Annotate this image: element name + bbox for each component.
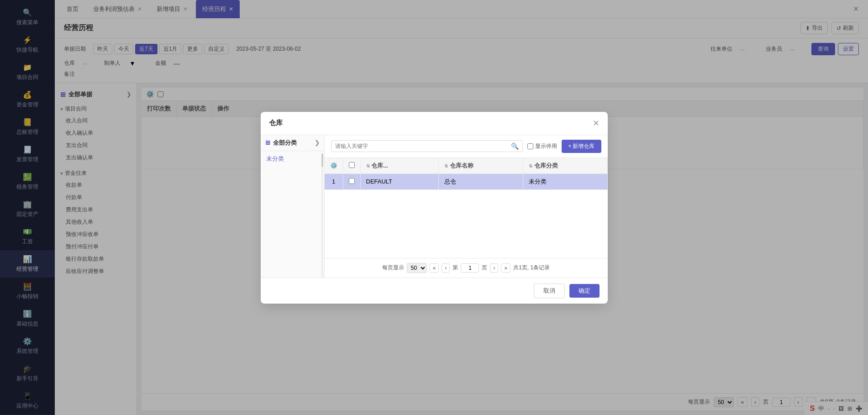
modal-pagination: 每页显示 50 « ‹ 第 页 › » 共1页, 1条记录 (325, 258, 608, 278)
modal-category-header: ⊞ 全部分类 ❯ (261, 135, 324, 151)
sort-icon: ⇅ (444, 163, 448, 168)
modal-per-page-label: 每页显示 (382, 264, 404, 272)
row-code: DEFAULT (360, 173, 439, 189)
modal-page-unit: 页 (482, 264, 487, 272)
modal-search-box: 🔍 (331, 140, 523, 152)
warehouse-modal: 仓库 ✕ ⊞ 全部分类 ❯ 未分类 (261, 112, 608, 304)
modal-title: 仓库 (269, 119, 283, 127)
modal-total-info: 共1页, 1条记录 (513, 264, 550, 272)
sort-icon: ⇅ (529, 163, 532, 168)
th-code: ⇅ 仓库... (360, 158, 439, 174)
scrollbar-thumb[interactable] (321, 153, 323, 167)
row-index: 1 (325, 173, 343, 189)
th-name: ⇅ 仓库名称 (439, 158, 523, 174)
sort-icon: ⇅ (366, 163, 370, 168)
modal-page-label: 第 (452, 264, 458, 272)
search-icon: 🔍 (511, 142, 519, 150)
row-name: 总仓 (439, 173, 523, 189)
modal-right-panel: 🔍 显示停用 + 新增仓库 ⚙️ (325, 135, 608, 278)
th-category: ⇅ 仓库分类 (523, 158, 607, 174)
modal-overlay: 仓库 ✕ ⊞ 全部分类 ❯ 未分类 (0, 0, 868, 415)
cancel-button[interactable]: 取消 (534, 284, 565, 298)
modal-category-unclassified[interactable]: 未分类 (261, 151, 324, 167)
modal-last-page-btn[interactable]: » (501, 263, 510, 273)
modal-prev-page-btn[interactable]: ‹ (442, 263, 450, 273)
modal-footer: 取消 确定 (261, 278, 608, 304)
show-disabled-label: 显示停用 (527, 142, 557, 150)
modal-first-page-btn[interactable]: « (430, 263, 439, 273)
modal-per-page-select[interactable]: 50 (407, 263, 427, 273)
modal-collapse-btn[interactable]: ❯ (315, 139, 320, 146)
table-row[interactable]: 1 DEFAULT 总仓 未分类 (325, 173, 608, 189)
modal-body: ⊞ 全部分类 ❯ 未分类 🔍 (261, 135, 608, 278)
modal-page-input[interactable] (461, 263, 479, 273)
th-select-all[interactable] (349, 162, 355, 168)
modal-category-title: 全部分类 (273, 139, 297, 147)
modal-left-panel: ⊞ 全部分类 ❯ 未分类 (261, 135, 325, 278)
th-settings: ⚙️ (325, 158, 343, 174)
add-warehouse-button[interactable]: + 新增仓库 (562, 140, 601, 153)
confirm-button[interactable]: 确定 (569, 284, 600, 298)
th-checkbox (343, 158, 360, 174)
modal-next-page-btn[interactable]: › (490, 263, 498, 273)
modal-header: 仓库 ✕ (261, 112, 608, 135)
row-select-checkbox[interactable] (349, 178, 355, 184)
modal-toolbar: 🔍 显示停用 + 新增仓库 (325, 135, 608, 158)
scrollbar (321, 153, 323, 278)
row-category: 未分类 (523, 173, 607, 189)
modal-search-input[interactable] (335, 143, 509, 149)
row-checkbox (343, 173, 360, 189)
grid-icon: ⊞ (265, 139, 270, 146)
show-disabled-checkbox[interactable] (527, 143, 533, 149)
modal-close-button[interactable]: ✕ (593, 118, 600, 128)
modal-warehouse-table: ⚙️ ⇅ 仓库... ⇅ 仓库名称 (325, 158, 608, 258)
